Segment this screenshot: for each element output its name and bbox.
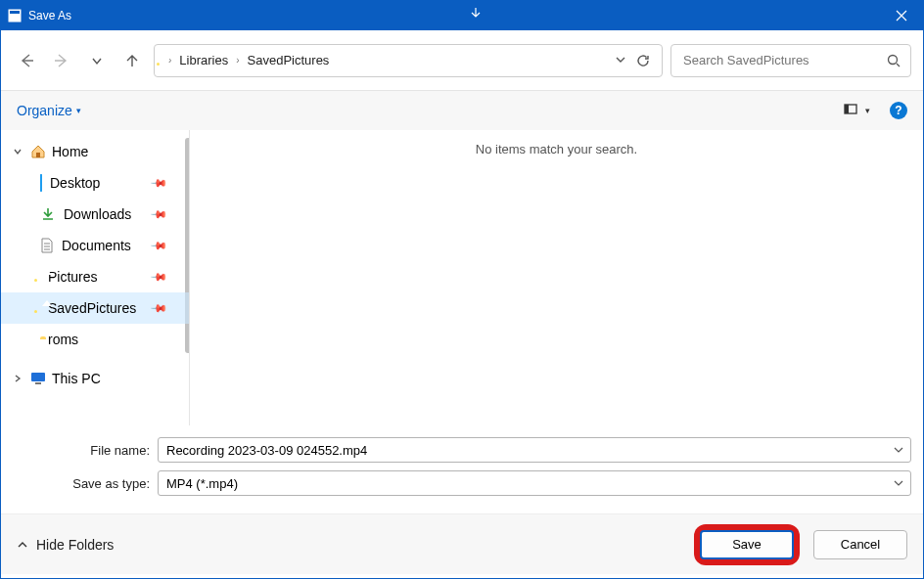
sidebar-item-label: SavedPictures (48, 300, 136, 316)
chevron-right-icon: › (236, 55, 239, 66)
filename-value: Recording 2023-03-09 024552.mp4 (166, 443, 367, 458)
empty-state-text: No items match your search. (476, 142, 637, 425)
sidebar-item-documents[interactable]: Documents 📌 (1, 230, 189, 261)
sidebar-item-label: Pictures (48, 269, 98, 285)
filename-field[interactable]: Recording 2023-03-09 024552.mp4 (158, 437, 911, 463)
sidebar-item-home[interactable]: Home (1, 136, 189, 167)
cancel-button[interactable]: Cancel (813, 530, 907, 559)
document-icon (40, 238, 54, 253)
address-bar[interactable]: › Libraries › SavedPictures (154, 44, 663, 77)
titlebar-spacer (71, 11, 880, 21)
chevron-down-icon: ▾ (865, 106, 870, 115)
sidebar-item-label: Documents (62, 238, 131, 253)
close-button[interactable] (880, 1, 923, 30)
sidebar-item-saved-pictures[interactable]: SavedPictures 📌 (1, 292, 189, 324)
recent-locations-button[interactable] (83, 47, 111, 74)
hide-folders-label: Hide Folders (36, 537, 114, 553)
sidebar-item-label: Desktop (50, 175, 100, 191)
organize-label: Organize (17, 103, 72, 118)
main-body: Home Desktop 📌 Downloads 📌 Documents 📌 P… (1, 130, 923, 425)
toolbar: Organize ▾ ▾ ? (1, 91, 923, 130)
sidebar-item-pictures[interactable]: Pictures 📌 (1, 261, 189, 292)
breadcrumb-item[interactable]: Libraries (177, 53, 230, 67)
view-button[interactable]: ▾ (844, 104, 870, 117)
pin-icon: 📌 (149, 173, 167, 192)
chevron-down-icon[interactable] (893, 477, 904, 489)
up-button[interactable] (118, 47, 146, 74)
home-icon (30, 144, 46, 159)
organize-button[interactable]: Organize ▾ (17, 103, 81, 118)
content-area: No items match your search. (189, 130, 923, 425)
saveas-type-field[interactable]: MP4 (*.mp4) (158, 470, 911, 496)
svg-point-2 (889, 55, 898, 64)
svg-rect-5 (31, 373, 45, 381)
collapse-icon[interactable] (13, 147, 24, 156)
sidebar-item-label: This PC (52, 371, 101, 386)
download-icon (40, 206, 56, 222)
breadcrumb-item[interactable]: SavedPictures (246, 53, 332, 67)
help-button[interactable]: ? (890, 102, 907, 119)
sidebar: Home Desktop 📌 Downloads 📌 Documents 📌 P… (1, 130, 189, 425)
sidebar-item-label: Downloads (64, 206, 131, 222)
search-input[interactable] (681, 52, 887, 68)
search-box[interactable] (670, 44, 911, 77)
saveas-value: MP4 (*.mp4) (166, 476, 238, 491)
hide-folders-button[interactable]: Hide Folders (17, 537, 114, 553)
pin-icon: 📌 (149, 204, 167, 223)
address-dropdown-icon[interactable] (615, 54, 626, 67)
svg-rect-4 (845, 105, 849, 113)
sidebar-item-downloads[interactable]: Downloads 📌 (1, 199, 189, 230)
pin-icon: 📌 (149, 298, 167, 317)
pin-icon: 📌 (149, 236, 167, 254)
search-icon[interactable] (887, 54, 901, 67)
pin-icon: 📌 (149, 267, 167, 286)
expand-icon[interactable] (13, 374, 24, 383)
forward-button[interactable] (48, 47, 75, 74)
sidebar-item-this-pc[interactable]: This PC (1, 363, 189, 394)
app-icon (7, 8, 23, 23)
sidebar-item-label: Home (52, 144, 88, 159)
nav-bar: › Libraries › SavedPictures (1, 30, 923, 91)
title-bar: Save As (1, 1, 923, 30)
chevron-down-icon: ▾ (76, 106, 81, 115)
sidebar-item-roms[interactable]: roms (1, 324, 189, 355)
back-button[interactable] (13, 47, 40, 74)
pc-icon (30, 372, 46, 385)
window-title: Save As (28, 9, 71, 22)
svg-rect-6 (35, 382, 41, 384)
sidebar-item-desktop[interactable]: Desktop 📌 (1, 167, 189, 199)
save-button-highlight: Save (694, 524, 800, 565)
svg-rect-1 (10, 11, 20, 14)
save-button[interactable]: Save (700, 530, 794, 559)
sidebar-item-label: roms (48, 332, 78, 347)
refresh-icon[interactable] (636, 54, 650, 67)
desktop-icon (40, 175, 42, 191)
save-fields: File name: Recording 2023-03-09 024552.m… (1, 425, 923, 513)
saveas-label: Save as type: (13, 476, 150, 491)
dialog-footer: Hide Folders Save Cancel (1, 513, 923, 574)
filename-label: File name: (13, 443, 150, 458)
cursor-icon (470, 7, 482, 21)
chevron-down-icon[interactable] (893, 444, 904, 456)
chevron-up-icon (17, 539, 28, 551)
